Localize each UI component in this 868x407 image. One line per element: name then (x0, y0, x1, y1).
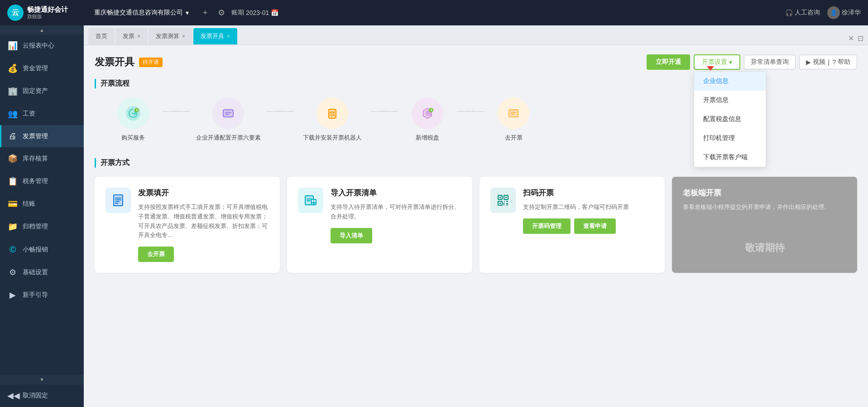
sidebar-scroll-down[interactable]: ▼ (0, 375, 84, 384)
sidebar-scroll-up[interactable]: ▲ (0, 25, 84, 34)
guide-icon: ▶ (7, 290, 18, 300)
settings-icon[interactable]: ⚙ (215, 6, 228, 19)
dropdown-item-invoice-info[interactable]: 开票信息 (694, 91, 766, 110)
dropdown-item-company-info[interactable]: 企业信息 (694, 72, 766, 91)
process-icon-4: 税 (412, 97, 443, 129)
headset-icon: 🎧 (785, 9, 793, 16)
svg-rect-40 (505, 197, 507, 198)
page-title: 发票开具 (95, 55, 134, 69)
svg-rect-5 (223, 110, 233, 117)
sidebar-item-guide[interactable]: ▶ 新手引导 (0, 284, 84, 306)
process-step-4: 税 新增税盘 (398, 97, 457, 142)
process-icon-3 (317, 97, 348, 129)
card-title-scan: 扫码开票 (523, 188, 654, 198)
period-label: 账期 2023-01 📅 (231, 9, 278, 17)
dropdown-item-tax-config[interactable]: 配置税盘信息 (694, 110, 766, 129)
dropdown-item-printer[interactable]: 打印机管理 (694, 129, 766, 148)
payroll-icon: 👥 (7, 109, 18, 119)
sidebar-item-settings[interactable]: ⚙ 基础设置 (0, 261, 84, 284)
settings-dropdown-wrapper: 开票设置 ▾ 企业信息 开票信息 (694, 54, 740, 70)
card-body-boss: 老板端开票 查看老板端小程序提交的开票申请，并作出相应的处理。 (683, 188, 846, 218)
sidebar-item-invoice[interactable]: 🖨 发票管理 (0, 125, 84, 147)
dropdown-item-download-client[interactable]: 下载开票客户端 (694, 148, 766, 167)
tab-window-controls: ✕ ⊡ (848, 34, 863, 43)
activate-button[interactable]: 立即开通 (647, 54, 690, 70)
process-label-3: 下载并安装开票机器人 (303, 134, 362, 142)
video-button[interactable]: ▶ 视频 | ? 帮助 (799, 55, 857, 69)
sidebar-label-archive: 归档管理 (23, 223, 48, 231)
tab-invoice-close[interactable]: × (137, 33, 140, 39)
import-list-button[interactable]: 导入清单 (331, 228, 372, 243)
page-title-area: 发票开具 待开通 (95, 55, 163, 69)
qr-manage-button[interactable]: 开票码管理 (523, 218, 571, 234)
svg-rect-38 (499, 197, 501, 198)
process-step-2: 企业开通配置开票六要素 (190, 97, 267, 142)
sidebar-label-cancel-pin: 取消固定 (23, 392, 48, 400)
tab-invoice-calc-close[interactable]: × (182, 33, 185, 39)
process-label-5: 去开票 (505, 134, 523, 142)
cancel-pin-icon: ◀◀ (7, 391, 18, 401)
card-desc-boss: 查看老板端小程序提交的开票申请，并作出相应的处理。 (683, 203, 846, 212)
page-header: 发票开具 待开通 立即开通 开票设置 ▾ (95, 54, 857, 70)
tab-bar: 首页 发票 × 发票测算 × 发票开具 × ✕ ⊡ (84, 25, 868, 45)
exception-list-button[interactable]: 异常清单查询 (744, 55, 796, 69)
card-title-import: 导入开票清单 (331, 188, 461, 198)
scan-buttons: 开票码管理 查看申请 (523, 218, 654, 234)
calendar-icon[interactable]: 📅 (271, 9, 278, 16)
tab-maximize[interactable]: ⊡ (858, 34, 863, 43)
inventory-icon: 📦 (7, 154, 18, 164)
sidebar-label-tax: 税务管理 (23, 177, 48, 185)
tab-invoice-issue[interactable]: 发票开具 × (193, 28, 237, 44)
tab-invoice-calc[interactable]: 发票测算 × (149, 28, 192, 44)
sidebar-item-fund[interactable]: 💰 资金管理 (0, 57, 84, 80)
user-profile[interactable]: 👤 徐泽华 (827, 6, 861, 19)
sidebar-item-mini[interactable]: © 小畅报销 (0, 238, 84, 261)
sidebar-item-tax[interactable]: 📋 税务管理 (0, 170, 84, 193)
settings-button[interactable]: 开票设置 ▾ (694, 54, 740, 70)
process-label-1: 购买服务 (121, 134, 145, 142)
sidebar-label-settings: 基础设置 (23, 268, 48, 276)
sidebar-item-cloud-report[interactable]: 📊 云报表中心 (0, 34, 84, 57)
card-desc-scan: 支持定制开票二维码，客户端可扫码开票 (523, 203, 654, 212)
top-actions: + ⚙ 账期 2023-01 📅 (199, 6, 278, 19)
sidebar-label-asset: 固定资产 (23, 87, 48, 95)
sidebar-item-inventory[interactable]: 📦 库存核算 (0, 147, 84, 170)
help-circle-icon: ? (832, 58, 836, 66)
tab-invoice[interactable]: 发票 × (115, 28, 148, 44)
process-step-1: 购买服务 (104, 97, 163, 142)
dropdown-arrow-icon: ▾ (186, 9, 189, 16)
main-layout: ▲ 📊 云报表中心 💰 资金管理 🏢 固定资产 👥 工资 🖨 发票管理 📦 库存… (0, 25, 868, 407)
card-import-list: 导入开票清单 支持导入待开票清单，可对待开票清单进行拆分、合并处理。 导入清单 (287, 177, 472, 273)
sidebar-item-archive[interactable]: 📁 归档管理 (0, 215, 84, 238)
tab-close-window[interactable]: ✕ (848, 34, 854, 43)
manual-fill-button[interactable]: 去开票 (138, 247, 174, 262)
status-badge: 待开通 (139, 58, 163, 67)
add-icon[interactable]: + (199, 6, 211, 19)
svg-rect-9 (329, 109, 336, 118)
sidebar-label-cloud-report: 云报表中心 (23, 42, 54, 50)
tab-invoice-issue-close[interactable]: × (227, 33, 230, 39)
process-label-2: 企业开通配置开票六要素 (196, 134, 261, 142)
page-content: 发票开具 待开通 立即开通 开票设置 ▾ (84, 45, 868, 407)
card-icon-manual (106, 188, 131, 213)
avatar: 👤 (827, 6, 840, 19)
sidebar-item-cancel-pin[interactable]: ◀◀ 取消固定 (0, 384, 84, 407)
sidebar-item-asset[interactable]: 🏢 固定资产 (0, 80, 84, 102)
tab-home[interactable]: 首页 (88, 28, 115, 44)
card-body-scan: 扫码开票 支持定制开票二维码，客户端可扫码开票 开票码管理 查看申请 (523, 188, 654, 234)
process-arrow-4 (457, 111, 484, 112)
tax-icon: 📋 (7, 176, 18, 186)
sidebar-label-guide: 新手引导 (23, 291, 48, 299)
view-application-button[interactable]: 查看申请 (574, 218, 616, 234)
card-scan-code: 扫码开票 支持定制开票二维码，客户端可扫码开票 开票码管理 查看申请 (480, 177, 665, 273)
top-bar: 云 畅捷通好会计 旗舰版 重庆畅捷交通信息咨询有限公司 ▾ + ⚙ 账期 202… (0, 0, 868, 25)
sidebar-item-payroll[interactable]: 👥 工资 (0, 102, 84, 125)
dropdown-chevron-icon: ▾ (729, 58, 732, 66)
company-selector[interactable]: 重庆畅捷交通信息咨询有限公司 ▾ (90, 7, 193, 19)
process-step-5: 去开票 (484, 97, 543, 142)
process-step-3: 下载并安装开票机器人 (294, 97, 371, 142)
sidebar-item-settlement[interactable]: 💳 结账 (0, 193, 84, 215)
service-button[interactable]: 🎧 人工咨询 (785, 9, 820, 17)
svg-rect-11 (330, 111, 332, 113)
sidebar-label-fund: 资金管理 (23, 64, 48, 73)
